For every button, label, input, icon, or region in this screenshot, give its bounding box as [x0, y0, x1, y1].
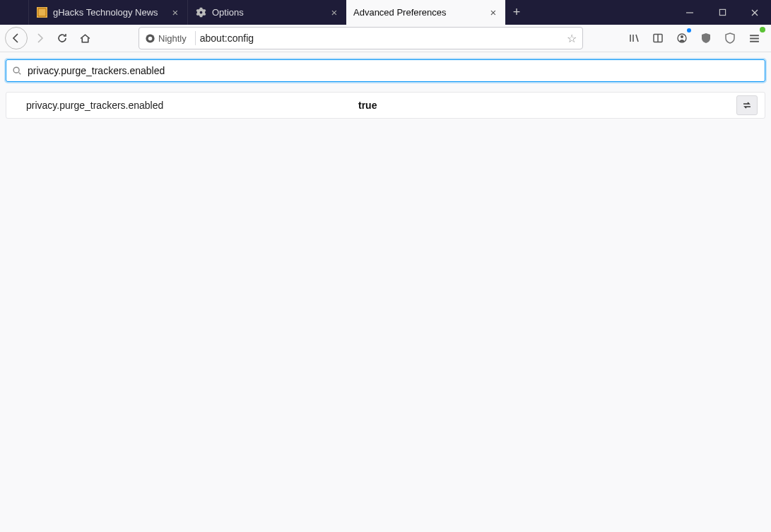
- pref-row[interactable]: privacy.purge_trackers.enabled true: [6, 92, 765, 119]
- pref-value: true: [358, 100, 736, 111]
- close-icon[interactable]: ×: [328, 6, 341, 18]
- svg-point-14: [13, 67, 19, 73]
- svg-point-10: [681, 35, 683, 38]
- minimize-button[interactable]: [673, 0, 706, 25]
- tab-label: Advanced Preferences: [353, 7, 487, 18]
- tab-label: Options: [212, 7, 328, 18]
- site-favicon: [36, 7, 47, 18]
- library-icon[interactable]: [623, 28, 645, 49]
- window-controls: [673, 0, 771, 25]
- home-button[interactable]: [74, 28, 95, 49]
- tab-1[interactable]: gHacks Technology News ×: [28, 0, 187, 25]
- maximize-button[interactable]: [706, 0, 738, 25]
- pref-name: privacy.purge_trackers.enabled: [26, 100, 358, 111]
- account-icon[interactable]: [671, 28, 693, 49]
- svg-rect-2: [719, 9, 725, 15]
- navbar: Nightly about:config ☆: [0, 25, 771, 52]
- ublock-icon[interactable]: [695, 28, 717, 49]
- identity-label: Nightly: [158, 33, 187, 44]
- firefox-icon: [145, 33, 155, 44]
- toggle-button[interactable]: [736, 95, 758, 115]
- overflow-menu-icon[interactable]: [743, 28, 765, 49]
- notification-dot: [687, 28, 691, 32]
- url-separator: [195, 31, 196, 45]
- pref-search-input[interactable]: [28, 65, 759, 76]
- back-button[interactable]: [5, 27, 28, 49]
- tab-2[interactable]: Options ×: [187, 0, 346, 25]
- reload-button[interactable]: [52, 28, 73, 49]
- reader-icon[interactable]: [647, 28, 669, 49]
- shield-icon[interactable]: [719, 28, 741, 49]
- titlebar: gHacks Technology News × Options × Advan…: [0, 0, 771, 25]
- forward-button[interactable]: [29, 28, 50, 49]
- toolbar-right: [587, 28, 767, 49]
- bookmark-star-icon[interactable]: ☆: [565, 32, 578, 45]
- svg-line-15: [19, 73, 21, 75]
- pref-search-box[interactable]: [6, 59, 765, 82]
- settings-favicon: [195, 7, 206, 18]
- svg-point-6: [148, 36, 153, 40]
- close-icon[interactable]: ×: [169, 6, 182, 18]
- search-icon: [12, 66, 22, 76]
- url-identity[interactable]: Nightly: [143, 33, 191, 44]
- url-text[interactable]: about:config: [200, 32, 565, 44]
- tab-3-active[interactable]: Advanced Preferences ×: [346, 0, 505, 25]
- tab-label: gHacks Technology News: [53, 7, 169, 18]
- toggle-arrows-icon: [741, 100, 753, 111]
- close-window-button[interactable]: [738, 0, 771, 25]
- urlbar[interactable]: Nightly about:config ☆: [139, 27, 583, 49]
- update-dot: [760, 27, 765, 32]
- new-tab-button[interactable]: +: [505, 0, 528, 25]
- close-icon[interactable]: ×: [487, 6, 500, 18]
- about-config-content: privacy.purge_trackers.enabled true: [0, 52, 771, 126]
